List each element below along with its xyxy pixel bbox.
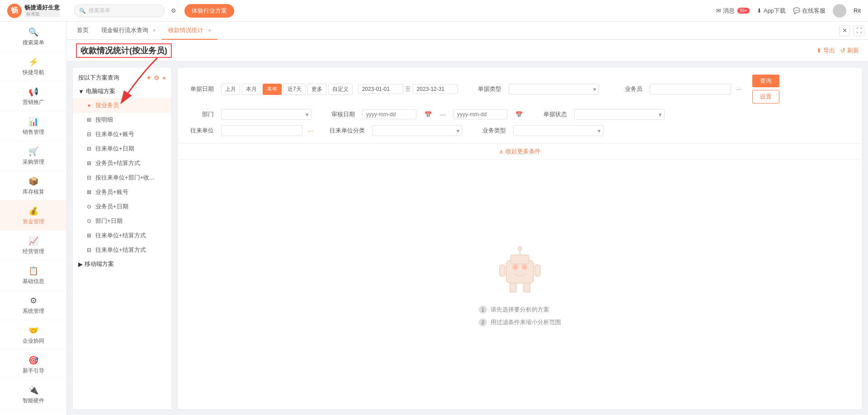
- tab-collection-stats-close[interactable]: ×: [208, 28, 211, 33]
- scheme-collapse-icon[interactable]: «: [162, 74, 166, 81]
- scheme-item-counterpart-account[interactable]: ⊟ 往来单位+账号: [73, 127, 171, 141]
- app-download-button[interactable]: ⬇ App下载: [757, 7, 786, 15]
- date-btn-this-month[interactable]: 本月: [242, 84, 261, 95]
- scheme-item-counterpart-settle2-icon: ⊟: [85, 246, 93, 254]
- scheme-item-salesman-settle[interactable]: ⊞ 业务员+结算方式: [73, 156, 171, 170]
- scheme-item-counterpart-dept-recv-icon: ⊟: [85, 174, 93, 181]
- sidebar-item-newbie[interactable]: 🎯 新手引导: [0, 350, 66, 380]
- date-range-from[interactable]: [358, 84, 403, 94]
- scheme-item-detail[interactable]: ⊞ 按明细: [73, 113, 171, 127]
- scheme-item-salesman[interactable]: ● 按业务员: [73, 98, 171, 113]
- filter-section: 单据日期 上月 本月 本年 近7天 更多 自定义 至: [178, 67, 862, 144]
- tab-collection-stats-label: 收款情况统计: [168, 26, 203, 34]
- biz-type-select[interactable]: [513, 125, 604, 136]
- online-service-button[interactable]: 💬 在线客服: [793, 7, 826, 15]
- tab-collection-stats[interactable]: 收款情况统计 ×: [162, 22, 217, 40]
- scheme-item-salesman-account[interactable]: ⊠ 业务员+账号: [73, 185, 171, 199]
- scheme-item-salesman-account-icon: ⊠: [85, 189, 93, 196]
- date-btn-last-month[interactable]: 上月: [221, 84, 240, 95]
- date-btn-custom[interactable]: 自定义: [328, 84, 353, 95]
- doc-type-select[interactable]: [509, 84, 599, 94]
- date-btn-last7[interactable]: 近7天: [283, 84, 306, 95]
- scheme-item-dept-date[interactable]: ⊙ 部门+日期: [73, 214, 171, 228]
- header-right: ✉ 消息 99+ ⬇ App下载 💬 在线客服 Rit: [716, 4, 861, 18]
- scheme-item-counterpart-date[interactable]: ⊟ 往来单位+日期: [73, 141, 171, 156]
- logo-area: 畅 畅捷通好生意 标准版: [7, 4, 74, 18]
- sidebar-item-system[interactable]: ⚙ 系统管理: [0, 290, 66, 320]
- sidebar-item-inventory[interactable]: 📦 库存核算: [0, 171, 66, 201]
- app-download-label: App下载: [764, 7, 786, 15]
- basic-info-icon: 📋: [28, 266, 38, 276]
- scheme-item-counterpart-settle1-label: 往来单位+结算方式: [95, 231, 146, 240]
- salesman-input[interactable]: [650, 84, 731, 94]
- messages-button[interactable]: ✉ 消息 99+: [716, 7, 750, 15]
- salesman-more-icon[interactable]: ···: [736, 85, 742, 93]
- sidebar-item-hardware[interactable]: 🔌 智能硬件: [0, 380, 66, 410]
- biz-type-select-wrapper: [513, 125, 604, 136]
- scheme-add-icon[interactable]: +: [147, 74, 151, 82]
- marketing-icon: 📢: [28, 87, 38, 97]
- dept-select[interactable]: [221, 109, 311, 120]
- user-avatar[interactable]: [833, 4, 846, 18]
- scheme-group-mobile-label: 移动端方案: [85, 260, 114, 268]
- tab-home[interactable]: 首页: [71, 22, 95, 40]
- tab-bank-flow[interactable]: 现金银行流水查询 ×: [95, 22, 162, 40]
- counterpart-category-select[interactable]: [372, 125, 462, 136]
- sidebar-item-label-system: 系统管理: [23, 307, 44, 315]
- query-button[interactable]: 查询: [752, 75, 779, 87]
- date-btn-this-year[interactable]: 本年: [263, 84, 282, 95]
- sidebar-item-wechat[interactable]: 💬 企业微信: [0, 410, 66, 415]
- scheme-item-counterpart-settle1[interactable]: ⊞ 往来单位+结算方式: [73, 228, 171, 243]
- collapse-label: 收起更多条件: [505, 147, 541, 156]
- scheme-group-mobile-expand-icon: ▶: [78, 261, 83, 268]
- sidebar-item-finance[interactable]: 💰 资金管理: [0, 201, 66, 231]
- trial-button[interactable]: 体验行业方案: [184, 4, 234, 18]
- date-range-to[interactable]: [413, 84, 458, 94]
- review-date-from[interactable]: [362, 109, 416, 119]
- scheme-group-pc: ▼ 电脑端方案 ● 按业务员 ⊞ 按明细 ⊟ 往: [73, 85, 171, 257]
- scheme-panel-title: 按以下方案查询: [78, 74, 119, 82]
- refresh-button[interactable]: ↺ 刷新: [840, 47, 859, 55]
- main-container: 按以下方案查询 + ⚙ « ▼ 电脑端方案: [67, 61, 868, 415]
- review-date-to[interactable]: [453, 109, 507, 119]
- scheme-group-pc-title[interactable]: ▼ 电脑端方案: [73, 85, 171, 98]
- settings-button[interactable]: 设置: [752, 90, 779, 104]
- messages-label: 消息: [723, 7, 735, 15]
- collab-icon: 🤝: [28, 325, 38, 335]
- scheme-item-counterpart-settle2[interactable]: ⊟ 往来单位+结算方式: [73, 243, 171, 257]
- counterpart-more-icon[interactable]: ···: [308, 127, 313, 134]
- collapse-more-conditions-btn[interactable]: ∧ 收起更多条件: [499, 147, 541, 156]
- counterpart-input[interactable]: [221, 125, 302, 136]
- sidebar-item-sales[interactable]: 📊 销售管理: [0, 111, 66, 141]
- sidebar-item-collab[interactable]: 🤝 企业协同: [0, 320, 66, 350]
- header-gear-icon[interactable]: ⚙: [168, 5, 179, 16]
- page-header-right: ⬆ 导出 ↺ 刷新: [816, 47, 859, 55]
- export-button[interactable]: ⬆ 导出: [816, 47, 835, 55]
- sidebar-item-basic-info[interactable]: 📋 基础信息: [0, 260, 66, 290]
- counterpart-category-select-wrapper: [372, 125, 462, 136]
- sidebar: 🔍 搜索菜单 ⚡ 快捷导航 📢 营销推广 📊 销售管理 🛒 采购管理 📦 库存核…: [0, 22, 67, 415]
- tab-maximize-button[interactable]: ⛶: [854, 25, 864, 36]
- scheme-item-counterpart-dept-recv[interactable]: ⊟ 按往来单位+部门+收...: [73, 170, 171, 185]
- sidebar-item-label-basic-info: 基础信息: [23, 278, 44, 285]
- scheme-group-mobile: ▶ 移动端方案: [73, 257, 171, 271]
- filter-row-3: 往来单位 ··· 往来单位分类 业务类型: [187, 125, 853, 136]
- date-btn-more[interactable]: 更多: [307, 84, 326, 95]
- tab-bank-flow-close[interactable]: ×: [153, 28, 156, 33]
- counterpart-category-label: 往来单位分类: [330, 127, 365, 135]
- scheme-group-mobile-title[interactable]: ▶ 移动端方案: [73, 257, 171, 271]
- top-search-bar[interactable]: 🔍 搜索菜单: [74, 5, 165, 17]
- sidebar-item-quicknav[interactable]: ⚡ 快捷导航: [0, 52, 66, 81]
- sidebar-item-purchase[interactable]: 🛒 采购管理: [0, 141, 66, 171]
- tab-close-all-button[interactable]: ✕: [839, 25, 850, 36]
- sidebar-item-operations[interactable]: 📈 经营管理: [0, 231, 66, 260]
- scheme-item-counterpart-settle1-icon: ⊞: [85, 232, 93, 239]
- scheme-settings-icon[interactable]: ⚙: [154, 74, 160, 81]
- sidebar-item-marketing[interactable]: 📢 营销推广: [0, 81, 66, 111]
- date-options-group: 上月 本月 本年 近7天 更多 自定义 至: [221, 84, 458, 95]
- scheme-item-dept-date-label: 部门+日期: [95, 217, 123, 225]
- sidebar-item-search[interactable]: 🔍 搜索菜单: [0, 22, 66, 52]
- scheme-item-salesman-date[interactable]: ⊙ 业务员+日期: [73, 199, 171, 214]
- online-service-label: 在线客服: [802, 7, 826, 15]
- doc-status-select[interactable]: [574, 109, 665, 120]
